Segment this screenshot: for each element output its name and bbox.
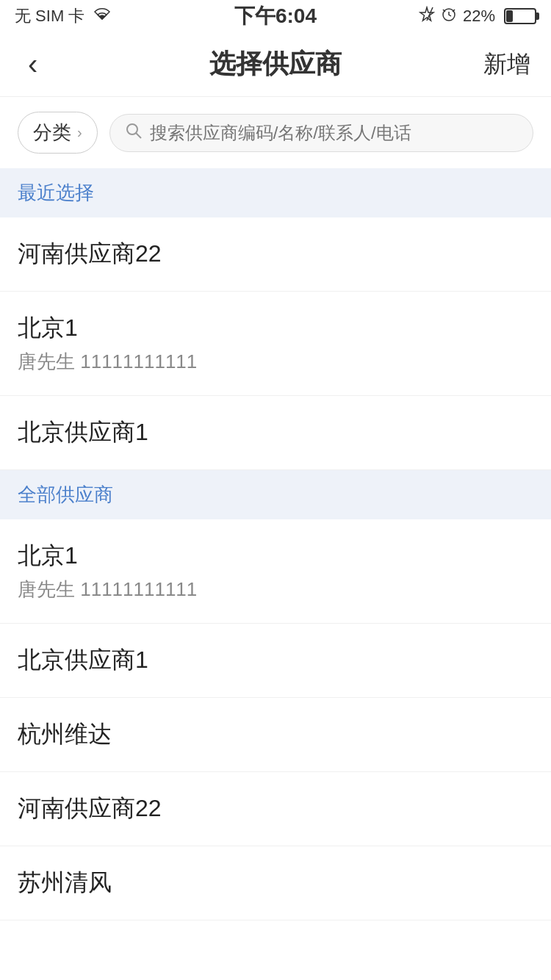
list-item[interactable]: 苏州清风 [0, 846, 551, 920]
list-item[interactable]: 河南供应商22 [0, 772, 551, 846]
status-left: 无 SIM 卡 [15, 5, 112, 27]
recent-section-label: 最近选择 [18, 181, 94, 203]
item-name: 北京供应商1 [18, 644, 533, 677]
category-label: 分类 [33, 120, 71, 145]
item-name: 苏州清风 [18, 867, 533, 899]
list-item[interactable]: 北京供应商1 [0, 624, 551, 698]
search-box [109, 114, 533, 152]
search-icon [125, 122, 143, 144]
list-item[interactable]: 北京1唐先生 11111111111 [0, 292, 551, 396]
nav-bar: ‹ 选择供应商 新增 [0, 32, 551, 97]
item-detail: 唐先生 11111111111 [18, 349, 533, 375]
item-name: 河南供应商22 [18, 793, 533, 825]
back-button[interactable]: ‹ [21, 40, 45, 88]
list-item[interactable]: 北京供应商1 [0, 396, 551, 470]
item-detail: 唐先生 11111111111 [18, 577, 533, 602]
page-title: 选择供应商 [209, 46, 342, 82]
battery-percent: 22% [463, 7, 495, 26]
filter-bar: 分类 › [0, 97, 551, 168]
search-input[interactable] [150, 123, 518, 143]
alarm-icon [441, 6, 457, 26]
list-item[interactable]: 河南供应商22 [0, 217, 551, 292]
status-time: 下午6:04 [234, 2, 317, 30]
item-name: 杭州维达 [18, 718, 533, 751]
chevron-right-icon: › [77, 124, 82, 141]
add-button[interactable]: 新增 [483, 48, 530, 81]
svg-point-1 [127, 124, 137, 134]
status-right: 22% [419, 6, 536, 26]
category-button[interactable]: 分类 › [18, 112, 98, 154]
item-name: 北京供应商1 [18, 417, 533, 449]
item-name: 北京1 [18, 312, 533, 345]
all-items-list: 北京1唐先生 11111111111北京供应商1杭州维达河南供应商22苏州清风 [0, 519, 551, 920]
recent-section-header: 最近选择 [0, 168, 551, 217]
status-bar: 无 SIM 卡 下午6:04 22% [0, 0, 551, 32]
recent-items-list: 河南供应商22北京1唐先生 11111111111北京供应商1 [0, 217, 551, 470]
wifi-icon [92, 6, 112, 26]
svg-line-2 [136, 133, 141, 138]
battery-icon [504, 8, 536, 24]
list-item[interactable]: 北京1唐先生 11111111111 [0, 519, 551, 624]
item-name: 河南供应商22 [18, 238, 533, 270]
list-item[interactable]: 杭州维达 [0, 698, 551, 772]
carrier-text: 无 SIM 卡 [15, 5, 84, 27]
location-icon [419, 6, 435, 26]
item-name: 北京1 [18, 540, 533, 572]
all-section-label: 全部供应商 [18, 483, 113, 505]
all-section-header: 全部供应商 [0, 470, 551, 519]
